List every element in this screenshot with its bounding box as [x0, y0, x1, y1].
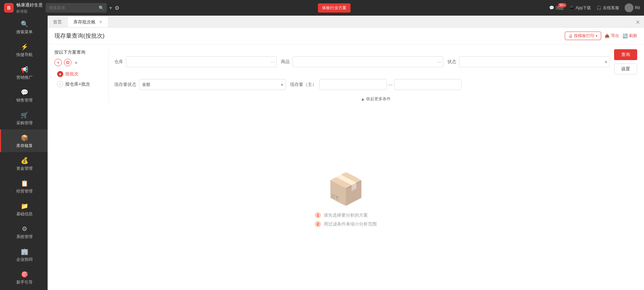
sidebar-item-search[interactable]: 🔍 搜索菜单	[0, 16, 48, 38]
sidebar-item-guide[interactable]: 🎯 新手引导	[0, 266, 48, 289]
warehouse-input[interactable]	[126, 56, 277, 67]
empty-hints: 1 请先选择要分析的方案 2 用过滤条件来缩小分析范围	[315, 212, 377, 227]
topbar-chevron-icon[interactable]: ▾	[109, 5, 112, 11]
settings-btn[interactable]: 设置	[614, 64, 637, 74]
query-settings-wrap: 查询 设置	[614, 49, 637, 74]
topbar-left: B 畅康通好生意 标准版 🔍 ▾ ⚙	[4, 2, 119, 14]
refresh-btn[interactable]: 🔄 刷新	[623, 33, 637, 39]
query-btn[interactable]: 查询	[614, 49, 637, 60]
app-info: 畅康通好生意 标准版	[16, 2, 43, 14]
filter-status: 状态 ▾	[447, 56, 610, 67]
chevron-up-icon: ▲	[361, 97, 365, 102]
sidebar-item-sales[interactable]: 💬 销售管理	[0, 84, 48, 107]
tab-home[interactable]: 首页	[48, 17, 67, 27]
sidebar-item-app-center[interactable]: 📱 应用中心	[0, 289, 48, 290]
warehouse-dots-icon[interactable]: ···	[271, 59, 275, 65]
plan-add-btn[interactable]: +	[54, 59, 62, 66]
sidebar-label-operations: 经营管理	[16, 188, 33, 194]
sidebar-label-quick-nav: 快捷导航	[16, 52, 33, 58]
print-chevron-icon: ▾	[596, 34, 597, 38]
app-logo: B	[4, 3, 14, 13]
template-print-btn[interactable]: 🖨 按模板打印 ▾	[565, 32, 601, 40]
sidebar-item-enterprise[interactable]: 🏢 企业协同	[0, 243, 48, 266]
filter-row-2: 现存量状态 全部 ▾ 现存量（主）	[114, 79, 637, 90]
stock-status-select-wrap: 全部 ▾	[139, 79, 286, 90]
plan-item-warehouse-batch[interactable]: ○ 按仓库+批次	[54, 79, 104, 89]
sidebar-label-basic: 基础信息	[16, 211, 33, 217]
online-service-btn[interactable]: 🎧 在线客服	[596, 5, 619, 11]
sidebar-label-search: 搜索菜单	[16, 29, 33, 35]
filter-plan-title: 按以下方案查询	[54, 49, 104, 55]
headset-icon: 🎧	[596, 5, 601, 10]
marketing-icon: 📢	[21, 66, 28, 73]
product-dots-icon[interactable]: ···	[437, 59, 441, 65]
filter-plan-sidebar: 按以下方案查询 + ⚙ « ● 按批次 ○ 按仓库+批次	[54, 49, 109, 103]
stock-status-select[interactable]: 全部	[139, 79, 286, 90]
filter-product: 商品 ···	[281, 56, 443, 67]
product-input-wrap: ···	[292, 56, 443, 67]
industry-btn[interactable]: 体验行业方案	[318, 3, 351, 13]
messages-btn[interactable]: 💬 消息 99+	[549, 5, 564, 11]
filter-stock-status: 现存量状态 全部 ▾	[114, 79, 286, 90]
empty-hint-2: 2 用过滤条件来缩小分析范围	[315, 221, 377, 227]
content: 首页 库存批次账 ✕ ✕ 现存量查询(按批次) 🖨 按模板打印 ▾	[48, 16, 644, 290]
stock-qty-label: 现存量（主）	[290, 81, 317, 88]
sidebar-item-system[interactable]: ⚙ 系统管理	[0, 220, 48, 243]
export-icon: 📤	[605, 34, 610, 38]
collapse-conditions-btn[interactable]: ▲ 收起更多条件	[114, 95, 637, 103]
filter-sidebar-collapse-btn[interactable]: «	[75, 60, 78, 65]
stock-qty-min-input[interactable]	[319, 79, 387, 90]
topbar-search-input[interactable]	[46, 3, 107, 13]
tab-inventory-batch[interactable]: 库存批次账 ✕	[68, 17, 108, 27]
tab-close-icon[interactable]: ✕	[99, 20, 102, 24]
topbar: B 畅康通好生意 标准版 🔍 ▾ ⚙ 体验行业方案 💬 消息 99+ 📱 App…	[0, 0, 644, 16]
sales-icon: 💬	[21, 89, 28, 96]
sidebar-label-enterprise: 企业协同	[16, 257, 33, 262]
page: 现存量查询(按批次) 🖨 按模板打印 ▾ 📤 导出 🔄 刷新	[48, 28, 644, 290]
app-download-label: App下载	[576, 5, 591, 11]
app-download-btn[interactable]: 📱 App下载	[569, 5, 591, 11]
export-btn[interactable]: 📤 导出	[605, 33, 619, 39]
sidebar-item-finance[interactable]: 💰 资金管理	[0, 152, 48, 175]
user-menu[interactable]: Rit	[625, 3, 640, 12]
filter-area: 按以下方案查询 + ⚙ « ● 按批次 ○ 按仓库+批次	[48, 44, 644, 108]
plan-label-batch: 按批次	[65, 71, 79, 77]
plan-settings-btn[interactable]: ⚙	[64, 59, 71, 66]
operations-icon: 📋	[21, 180, 28, 187]
sidebar-label-guide: 新手引导	[16, 279, 33, 285]
tab-close-panel-icon[interactable]: ✕	[631, 19, 644, 25]
sidebar-item-purchase[interactable]: 🛒 采购管理	[0, 107, 48, 129]
hint-num-2: 2	[315, 221, 321, 227]
sidebar-item-quick-nav[interactable]: ⚡ 快捷导航	[0, 38, 48, 61]
sidebar-item-operations[interactable]: 📋 经营管理	[0, 175, 48, 198]
filter-warehouse: 仓库 ···	[114, 56, 277, 67]
stock-qty-max-input[interactable]	[394, 79, 462, 90]
tab-home-label: 首页	[53, 19, 62, 25]
filter-plan-title-text: 按以下方案查询	[54, 49, 85, 55]
print-icon: 🖨	[569, 34, 573, 38]
status-label: 状态	[447, 59, 456, 65]
stock-status-label: 现存量状态	[114, 81, 136, 88]
refresh-label: 刷新	[629, 33, 637, 39]
sidebar-item-basic[interactable]: 📁 基础信息	[0, 198, 48, 220]
warehouse-label: 仓库	[114, 59, 123, 65]
sidebar-label-purchase: 采购管理	[16, 120, 33, 126]
app-name: 畅康通好生意	[16, 2, 43, 8]
status-select[interactable]	[459, 56, 610, 67]
filter-row-1: 仓库 ··· 商品 ···	[114, 49, 637, 74]
plan-item-batch[interactable]: ● 按批次	[54, 69, 104, 79]
topbar-settings-icon[interactable]: ⚙	[115, 5, 119, 11]
template-print-label: 按模板打印	[574, 33, 594, 39]
product-input[interactable]	[292, 56, 443, 67]
sidebar-item-marketing[interactable]: 📢 营销推广	[0, 61, 48, 84]
messages-badge: 99+	[558, 3, 566, 7]
tabbar: 首页 库存批次账 ✕ ✕	[48, 16, 644, 28]
sidebar-item-inventory[interactable]: 📦 库存核算	[0, 129, 48, 152]
online-service-label: 在线客服	[603, 5, 619, 11]
sidebar-label-system: 系统管理	[16, 234, 33, 240]
page-title: 现存量查询(按批次)	[54, 32, 104, 40]
stock-qty-dash: —	[388, 82, 393, 87]
filter-main: 仓库 ··· 商品 ···	[109, 49, 637, 103]
sidebar-label-marketing: 营销推广	[16, 75, 33, 80]
search-icon: 🔍	[21, 20, 28, 28]
